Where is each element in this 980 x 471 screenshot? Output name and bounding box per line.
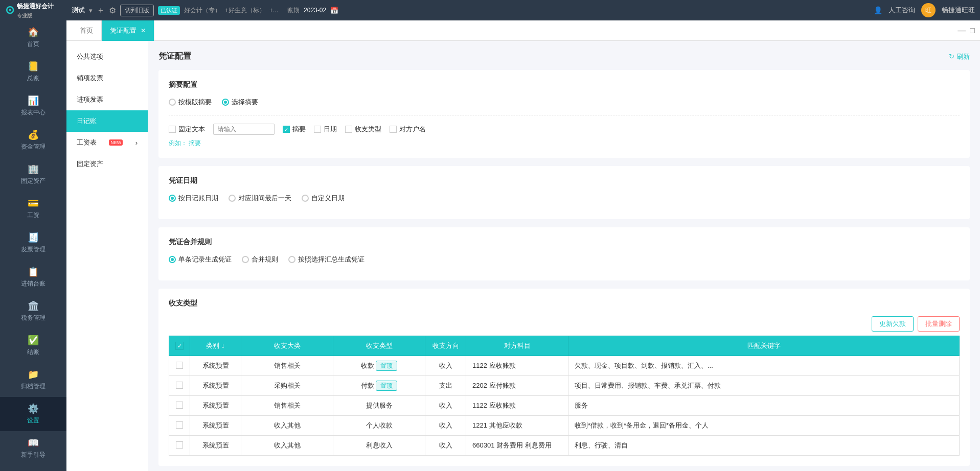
row-cat-3: 系统预置 <box>190 416 241 436</box>
radio-select-summary[interactable]: 选择摘要 <box>222 98 258 107</box>
row-keywords-2: 服务 <box>568 396 960 416</box>
sidebar-item-settings[interactable]: ⚙️ 设置 <box>0 397 66 431</box>
sidebar-label-salary: 工资 <box>27 211 39 220</box>
radio-template-summary[interactable]: 按模版摘要 <box>169 98 212 107</box>
date-title: 凭证日期 <box>169 176 960 185</box>
table-row: 系统预置 收入其他 利息收入 收入 660301 财务费用 利息费用 利息、行驶… <box>169 436 960 456</box>
date-radio-group: 按日记账日期 对应期间最后一天 自定义日期 <box>169 194 960 203</box>
action-row: 更新欠款 批量删除 <box>169 316 960 332</box>
checkbox-fixed-text[interactable]: 固定文本 <box>169 125 205 134</box>
update-button[interactable]: 更新欠款 <box>872 316 914 332</box>
sidebar-item-purchase[interactable]: 📋 进销台账 <box>0 260 66 294</box>
radio-dot-journal <box>169 195 176 202</box>
sidebar-label-guide: 新手引导 <box>21 451 45 459</box>
example-text: 例如： 摘要 <box>169 139 960 148</box>
sidebar-item-funds[interactable]: 💰 资金管理 <box>0 123 66 157</box>
row-sub-type-4: 利息收入 <box>333 436 425 456</box>
row-checkbox-3[interactable] <box>169 416 190 436</box>
checkbox-summary[interactable]: ✓ 摘要 <box>283 125 306 134</box>
radio-journal-label: 按日记账日期 <box>178 194 218 203</box>
calendar-icon[interactable]: 📅 <box>330 7 338 14</box>
row-cat-4: 系统预置 <box>190 436 241 456</box>
sidebar-item-close[interactable]: ✅ 结账 <box>0 328 66 363</box>
refresh-button[interactable]: ↻ 刷新 <box>949 52 970 61</box>
tag-1: 好会计（专） <box>184 6 221 15</box>
sidebar-item-archive[interactable]: 📁 归档管理 <box>0 363 66 397</box>
left-nav-public[interactable]: 公共选项 <box>66 46 148 67</box>
support-label[interactable]: 人工咨询 <box>888 6 915 15</box>
tab-voucher-config[interactable]: 凭证配置 ✕ <box>102 20 154 41</box>
radio-summary-gen[interactable]: 按照选择汇总生成凭证 <box>288 255 364 264</box>
funds-icon: 💰 <box>28 129 39 140</box>
sidebar-item-salary[interactable]: 💳 工资 <box>0 192 66 226</box>
tab-close-icon[interactable]: ✕ <box>141 27 146 34</box>
plus-icon[interactable]: ＋ <box>97 5 105 16</box>
left-nav-journal[interactable]: 日记账 <box>66 110 148 132</box>
table-row: 系统预置 销售相关 收款 置顶 收入 1122 应收账款 欠款、现金、项目款、到… <box>169 356 960 376</box>
row-direction-1: 支出 <box>425 376 466 396</box>
left-nav-payroll[interactable]: 工资表 NEW › <box>66 132 148 153</box>
checkbox-income-type[interactable]: 收支类型 <box>345 125 381 134</box>
checkbox-date[interactable]: 日期 <box>314 125 337 134</box>
radio-custom-date[interactable]: 自定义日期 <box>302 194 345 203</box>
tab-voucher-label: 凭证配置 <box>110 26 136 35</box>
support-icon: 👤 <box>874 6 882 14</box>
guide-icon: 📖 <box>28 437 39 449</box>
period-label: 账期 <box>287 6 300 15</box>
left-nav-public-label: 公共选项 <box>77 52 103 61</box>
chevron-down-icon[interactable]: ▾ <box>89 7 93 14</box>
company-name: 测试 <box>72 6 85 15</box>
radio-single-record[interactable]: 单条记录生成凭证 <box>169 255 232 264</box>
left-nav-purchase-invoice[interactable]: 进项发票 <box>66 89 148 110</box>
settings-icon: ⚙️ <box>28 403 39 414</box>
row-sub-type-2: 提供服务 <box>333 396 425 416</box>
row-checkbox-1[interactable] <box>169 376 190 396</box>
left-nav-fixed-assets[interactable]: 固定资产 <box>66 153 148 175</box>
minimize-icon[interactable]: — <box>958 26 966 35</box>
checkbox-counterparty[interactable]: 对方户名 <box>390 125 426 134</box>
sidebar-item-home[interactable]: 🏠 首页 <box>0 20 66 55</box>
sidebar-item-assets[interactable]: 🏢 固定资产 <box>0 157 66 192</box>
sidebar-item-invoice[interactable]: 🧾 发票管理 <box>0 226 66 260</box>
merge-section: 凭证合并规则 单条记录生成凭证 合并规则 按照选择汇总生成凭证 <box>158 227 970 280</box>
date-section: 凭证日期 按日记账日期 对应期间最后一天 自定义日期 <box>158 166 970 219</box>
chong-tag-1[interactable]: 置顶 <box>376 381 397 391</box>
certified-badge: 已认证 <box>158 6 180 15</box>
th-keyword: 匹配关键字 <box>568 336 960 356</box>
row-subject-3: 1221 其他应收款 <box>466 416 568 436</box>
row-checkbox-2[interactable] <box>169 396 190 416</box>
radio-period-label: 对应期间最后一天 <box>238 194 291 203</box>
gear-icon[interactable]: ⚙ <box>109 6 116 15</box>
radio-period-last[interactable]: 对应期间最后一天 <box>229 194 291 203</box>
fixed-text-input[interactable] <box>213 124 275 135</box>
master-checkbox[interactable]: ✓ <box>175 342 184 350</box>
chong-tag-0[interactable]: 置顶 <box>376 361 397 371</box>
row-big-type-1: 采购相关 <box>241 376 333 396</box>
checkbox-date-label: 日期 <box>324 125 337 134</box>
income-title: 收支类型 <box>169 299 960 308</box>
row-cat-2: 系统预置 <box>190 396 241 416</box>
row-checkbox-0[interactable] <box>169 356 190 376</box>
page-title: 凭证配置 <box>158 51 191 62</box>
row-sub-type-1: 付款 置顶 <box>333 376 425 396</box>
th-checkbox[interactable]: ✓ <box>169 336 190 356</box>
maximize-icon[interactable]: □ <box>970 26 975 35</box>
switch-button[interactable]: 切到旧版 <box>120 5 154 16</box>
radio-dot-summary-gen <box>288 256 295 263</box>
row-sub-type-0: 收款 置顶 <box>333 356 425 376</box>
sidebar-item-ledger[interactable]: 📒 总账 <box>0 55 66 89</box>
row-checkbox-4[interactable] <box>169 436 190 456</box>
delete-button[interactable]: 批量删除 <box>918 316 960 332</box>
row-keywords-4: 利息、行驶、清自 <box>568 436 960 456</box>
checkbox-counter-label: 对方户名 <box>399 125 426 134</box>
radio-journal-date[interactable]: 按日记账日期 <box>169 194 218 203</box>
sidebar-item-reports[interactable]: 📊 报表中心 <box>0 89 66 123</box>
sidebar-item-tax[interactable]: 🏛️ 税务管理 <box>0 294 66 328</box>
radio-dot-period <box>229 195 236 202</box>
radio-merge-rule[interactable]: 合并规则 <box>242 255 278 264</box>
left-nav-sales-invoice[interactable]: 销项发票 <box>66 67 148 89</box>
left-nav-fixed-label: 固定资产 <box>77 159 103 169</box>
sidebar-item-vip[interactable]: 👑 畅会员 <box>0 465 66 471</box>
sidebar-item-guide[interactable]: 📖 新手引导 <box>0 431 66 465</box>
tab-home[interactable]: 首页 <box>72 20 102 41</box>
